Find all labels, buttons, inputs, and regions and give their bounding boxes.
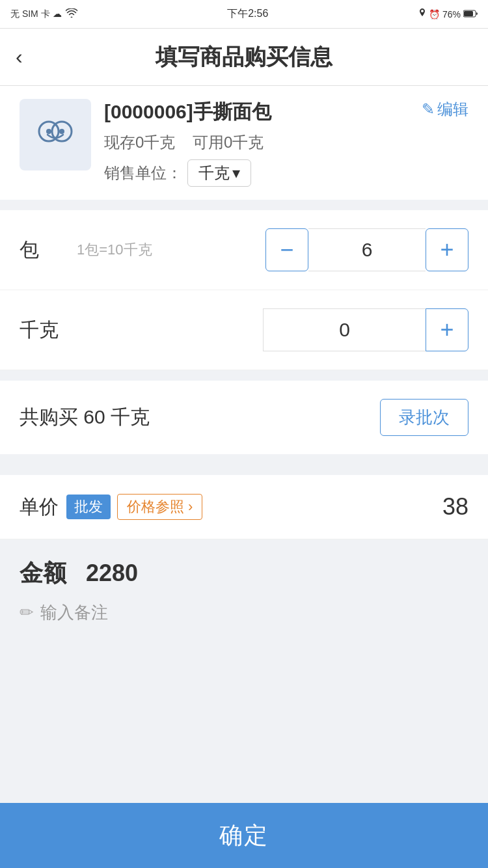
- unit-selector[interactable]: 千克 ▾: [187, 159, 251, 187]
- pencil-icon: ✏: [20, 603, 34, 623]
- price-type-tag: 批发: [66, 495, 111, 519]
- chevron-down-icon: ▾: [232, 164, 240, 182]
- location-icon: [418, 8, 426, 20]
- product-unit: 销售单位： 千克 ▾: [104, 159, 468, 187]
- summary-section: 共购买 60 千克 录批次: [0, 381, 488, 454]
- divider: [0, 465, 488, 475]
- status-time: 下午2:56: [227, 7, 268, 21]
- battery-label: 76%: [442, 9, 461, 20]
- svg-rect-1: [464, 11, 473, 16]
- bag-quantity-input[interactable]: [308, 228, 426, 271]
- status-right: ⏰ 76%: [418, 8, 478, 20]
- back-button[interactable]: ‹: [16, 45, 23, 69]
- wifi-icon: [66, 8, 77, 20]
- alarm-icon: ⏰: [429, 9, 440, 20]
- svg-point-4: [46, 129, 51, 134]
- kg-quantity-row: 千克 +: [0, 290, 488, 370]
- bag-label: 包: [20, 237, 72, 264]
- bag-hint: 1包=10千克: [77, 240, 265, 260]
- sim-label: 无 SIM 卡 ☁: [10, 8, 62, 20]
- summary-text: 共购买 60 千克: [20, 404, 150, 431]
- product-stock: 现存0千克 可用0千克: [104, 132, 468, 153]
- price-row: 单价 批发 价格参照 › 38: [0, 475, 488, 539]
- status-left: 无 SIM 卡 ☁: [10, 8, 77, 20]
- product-section: [0000006]手撕面包 ✎ 编辑 现存0千克 可用0千克 销售单位： 千克 …: [0, 86, 488, 200]
- edit-icon: ✎: [422, 100, 435, 118]
- battery-icon: [463, 9, 478, 20]
- bag-decrement-button[interactable]: −: [265, 228, 308, 271]
- edit-button[interactable]: ✎ 编辑: [422, 99, 468, 120]
- quantity-section: 包 1包=10千克 − + 千克 +: [0, 210, 488, 370]
- product-image: [20, 99, 91, 170]
- nav-bar: ‹ 填写商品购买信息: [0, 29, 488, 86]
- bag-increment-button[interactable]: +: [426, 228, 468, 271]
- product-name: [0000006]手撕面包: [104, 99, 271, 126]
- status-bar: 无 SIM 卡 ☁ 下午2:56 ⏰ 76%: [0, 0, 488, 29]
- bag-quantity-controls: − +: [265, 228, 468, 271]
- note-placeholder: 输入备注: [40, 601, 108, 624]
- svg-point-5: [59, 129, 64, 134]
- price-label: 单价: [20, 494, 59, 521]
- confirm-button[interactable]: 确定: [0, 803, 488, 868]
- kg-increment-button[interactable]: +: [426, 308, 468, 351]
- price-value: 38: [442, 493, 468, 521]
- page-title: 填写商品购买信息: [156, 42, 332, 72]
- amount-section: 金额 2280 ✏ 输入备注: [0, 539, 488, 637]
- kg-label: 千克: [20, 317, 72, 344]
- product-info: [0000006]手撕面包 ✎ 编辑 现存0千克 可用0千克 销售单位： 千克 …: [104, 99, 468, 187]
- kg-quantity-input[interactable]: [263, 308, 426, 351]
- bag-quantity-row: 包 1包=10千克 − +: [0, 210, 488, 290]
- kg-quantity-controls: +: [263, 308, 468, 351]
- price-section: 单价 批发 价格参照 › 38: [0, 475, 488, 539]
- note-row[interactable]: ✏ 输入备注: [20, 601, 468, 624]
- amount-row: 金额 2280: [20, 558, 468, 590]
- price-reference-button[interactable]: 价格参照 ›: [117, 494, 202, 520]
- batch-button[interactable]: 录批次: [380, 399, 468, 436]
